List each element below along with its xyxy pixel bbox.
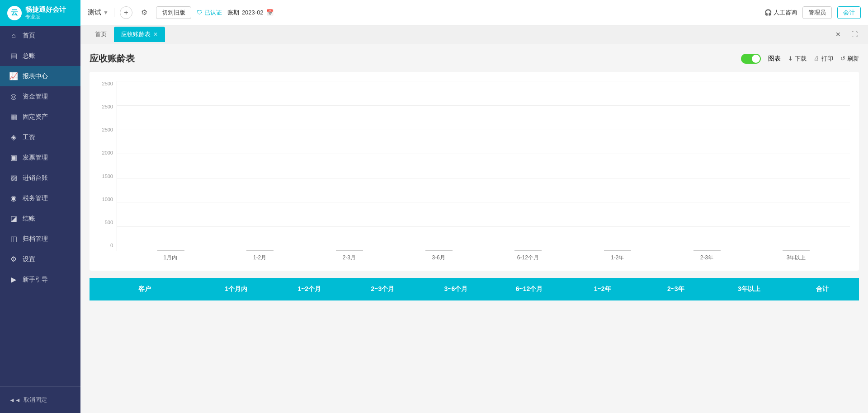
sidebar-item-archive[interactable]: ◫ 归档管理 <box>0 229 80 249</box>
switch-version-button[interactable]: 切到旧版 <box>156 6 191 19</box>
period-display: 账期 2023-02 📅 <box>227 9 274 17</box>
x-label-6-12month: 6-12个月 <box>483 251 573 262</box>
x-axis-labels: 1月内 1-2月 2-3月 3-6月 6-12个月 1-2年 2-3年 3年以上 <box>117 251 850 262</box>
table-header-1-2month: 1~2个月 <box>273 285 346 293</box>
sidebar-item-salary[interactable]: ◈ 工资 <box>0 127 80 147</box>
period-value: 2023-02 <box>242 9 264 16</box>
page-content: 应收账龄表 图表 ⬇ 下载 🖨 打印 ↺ <box>80 43 868 413</box>
table-header-customer: 客户 <box>90 285 199 293</box>
chart-toggle-label: 图表 <box>768 55 781 63</box>
settlement-icon: ◪ <box>9 214 18 223</box>
refresh-button[interactable]: ↺ 刷新 <box>840 55 859 63</box>
bar-group-2-3year <box>662 250 752 251</box>
tabbar-right: ✕ ⛶ <box>832 28 861 41</box>
sidebar-nav: ⌂ 首页 ▤ 总账 📈 报表中心 ◎ 资金管理 ▦ 固定资产 ◈ 工资 ▣ 发票… <box>0 26 80 386</box>
tabbar: 首页 应收账龄表 ✕ ✕ ⛶ <box>80 25 868 43</box>
chevron-down-icon: ▼ <box>103 9 108 16</box>
sidebar-item-invoice[interactable]: ▣ 发票管理 <box>0 147 80 168</box>
sidebar-item-tax[interactable]: ◉ 税务管理 <box>0 188 80 208</box>
sidebar-item-fixed-assets[interactable]: ▦ 固定资产 <box>0 107 80 127</box>
table-header-2-3year: 2~3年 <box>639 285 712 293</box>
sidebar-item-ledger[interactable]: ▤ 总账 <box>0 46 80 66</box>
download-button[interactable]: ⬇ 下载 <box>788 55 807 63</box>
bar-group-3-6month <box>394 250 484 251</box>
service-button[interactable]: 🎧 人工咨询 <box>764 9 797 17</box>
sidebar-label-funds: 资金管理 <box>23 93 48 101</box>
refresh-icon: ↺ <box>840 55 845 62</box>
bar-group-1-2year <box>573 250 662 251</box>
table-header-total: 合计 <box>786 285 859 293</box>
x-label-3-6month: 3-6月 <box>394 251 483 262</box>
table-header-2-3month: 2~3个月 <box>346 285 419 293</box>
y-label-500: 500 <box>105 220 113 225</box>
sidebar-label-guide: 新手引导 <box>23 276 48 284</box>
home-icon: ⌂ <box>9 32 18 40</box>
sidebar-label-fixed-assets: 固定资产 <box>23 113 48 121</box>
sidebar-logo: 云 畅捷通好会计 专业版 <box>0 0 80 26</box>
archive-icon: ◫ <box>9 235 18 243</box>
main-area: 测试 ▼ + ⚙ 切到旧版 🛡 已认证 账期 2023-02 📅 🎧 人工咨询 … <box>80 0 868 413</box>
print-button[interactable]: 🖨 打印 <box>814 55 833 63</box>
sidebar-label-home: 首页 <box>23 32 35 40</box>
cancel-fixed-button[interactable]: ◄◄ 取消固定 <box>0 391 80 408</box>
logo-text-group: 畅捷通好会计 专业版 <box>25 5 66 20</box>
project-selector[interactable]: 测试 ▼ <box>88 8 108 17</box>
report-actions: 图表 ⬇ 下载 🖨 打印 ↺ 刷新 <box>741 54 859 64</box>
bar-6-12month <box>514 250 542 251</box>
x-label-1month: 1月内 <box>126 251 215 262</box>
topbar-settings-button[interactable]: ⚙ <box>138 6 151 19</box>
sidebar-item-settlement[interactable]: ◪ 结账 <box>0 208 80 229</box>
headset-icon: 🎧 <box>764 9 772 16</box>
bar-3-6month <box>425 250 453 251</box>
sidebar-label-reports: 报表中心 <box>23 72 48 80</box>
invoice-icon: ▣ <box>9 153 18 162</box>
role-button[interactable]: 会计 <box>837 6 861 19</box>
project-name: 测试 <box>88 8 101 17</box>
funds-icon: ◎ <box>9 92 18 101</box>
bar-group-2-3month <box>305 250 394 251</box>
bar-1month <box>157 250 184 251</box>
y-label-2500a: 2500 <box>102 81 113 86</box>
add-project-button[interactable]: + <box>120 6 132 19</box>
print-icon: 🖨 <box>814 55 820 62</box>
sidebar-item-guide[interactable]: ▶ 新手引导 <box>0 269 80 290</box>
chart-toggle[interactable] <box>741 54 761 64</box>
sidebar: 云 畅捷通好会计 专业版 ⌂ 首页 ▤ 总账 📈 报表中心 ◎ 资金管理 ▦ 固… <box>0 0 80 413</box>
sidebar-item-settings[interactable]: ⚙ 设置 <box>0 249 80 269</box>
sidebar-item-home[interactable]: ⌂ 首页 <box>0 26 80 46</box>
report-title: 应收账龄表 <box>90 52 135 65</box>
sidebar-label-settings: 设置 <box>23 255 35 263</box>
sidebar-item-purchase-sales[interactable]: ▨ 进销台账 <box>0 168 80 188</box>
user-button[interactable]: 管理员 <box>802 6 832 19</box>
purchase-sales-icon: ▨ <box>9 174 18 182</box>
y-axis: 2500 2500 2500 2000 1500 1000 500 0 <box>99 81 117 262</box>
sidebar-item-reports[interactable]: 📈 报表中心 <box>0 66 80 86</box>
certified-badge: 🛡 已认证 <box>197 9 222 17</box>
bar-1-2year <box>604 250 631 251</box>
bar-3plus-year <box>783 250 810 251</box>
bar-1-2month <box>246 250 274 251</box>
sidebar-label-archive: 归档管理 <box>23 235 48 243</box>
report-container: 应收账龄表 图表 ⬇ 下载 🖨 打印 ↺ <box>80 43 868 310</box>
tab-close-icon[interactable]: ✕ <box>153 31 158 38</box>
y-label-2500b: 2500 <box>102 104 113 109</box>
settings-icon: ⚙ <box>9 255 18 263</box>
chart-wrapper: 2500 2500 2500 2000 1500 1000 500 0 <box>90 72 859 271</box>
tab-close-button[interactable]: ✕ <box>832 28 844 41</box>
calendar-icon: 📅 <box>266 9 274 16</box>
report-header: 应收账龄表 图表 ⬇ 下载 🖨 打印 ↺ <box>90 52 859 65</box>
salary-icon: ◈ <box>9 133 18 141</box>
tab-aging[interactable]: 应收账龄表 ✕ <box>114 27 165 42</box>
y-label-0: 0 <box>110 243 113 248</box>
table-wrapper: 客户 1个月内 1~2个月 2~3个月 3~6个月 6~12个月 1~2年 2~… <box>90 278 859 300</box>
download-icon: ⬇ <box>788 55 793 62</box>
bar-2-3month <box>336 250 363 251</box>
tab-home[interactable]: 首页 <box>88 27 114 42</box>
sidebar-item-funds[interactable]: ◎ 资金管理 <box>0 86 80 107</box>
bars-container <box>117 81 850 251</box>
tab-expand-button[interactable]: ⛶ <box>848 28 861 41</box>
bar-2-3year <box>693 250 721 251</box>
chart-inner: 2500 2500 2500 2000 1500 1000 500 0 <box>99 81 850 262</box>
logo-subtitle: 专业版 <box>25 14 66 20</box>
content-area: 首页 应收账龄表 ✕ ✕ ⛶ 应收账龄表 图表 <box>80 25 868 413</box>
